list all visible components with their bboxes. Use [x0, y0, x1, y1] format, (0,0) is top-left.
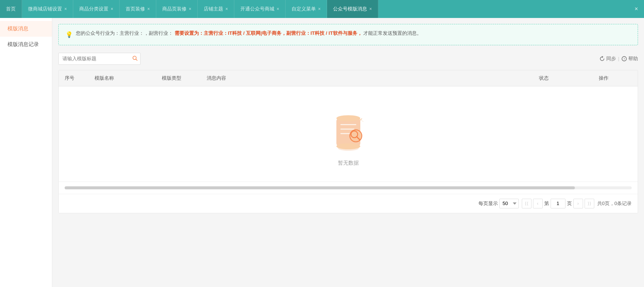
search-button[interactable] — [132, 55, 138, 62]
sidebar-item-template-msg[interactable]: 模版消息 — [0, 21, 52, 37]
tab-wsc-settings-label: 微商城店铺设置 — [28, 6, 62, 12]
sync-label: 同步 — [606, 55, 616, 62]
notice-text: 您的公众号行业为：主营行业：，副营行业： 需要设置为：主营行业：IT科技 / 互… — [76, 30, 422, 37]
tab-store-theme-label: 店铺主题 — [204, 6, 223, 12]
notice-box: 💡 您的公众号行业为：主营行业：，副营行业： 需要设置为：主营行业：IT科技 /… — [58, 24, 638, 45]
next-page-button[interactable]: › — [573, 199, 583, 208]
tab-home-decor-label: 首页装修 — [126, 6, 145, 12]
fake-scrollbar[interactable] — [65, 186, 632, 189]
search-input[interactable] — [58, 53, 141, 65]
search-bar: 同步 | ? 帮助 — [58, 53, 638, 65]
tab-product-category-close[interactable]: × — [111, 6, 113, 12]
main-content: 💡 您的公众号行业为：主营行业：，副营行业： 需要设置为：主营行业：IT科技 /… — [52, 18, 644, 287]
page-nav: ⟨⟨ ‹ 第 页 › ⟩⟩ — [522, 199, 594, 208]
first-page-button[interactable]: ⟨⟨ — [522, 199, 531, 208]
col-type: 模版类型 — [156, 70, 201, 86]
table-header: 序号 模版名称 模版类型 消息内容 状态 操作 — [59, 70, 638, 86]
tab-home-decor-close[interactable]: × — [147, 6, 150, 12]
tab-home-decor[interactable]: 首页装修 × — [120, 0, 156, 18]
tab-custom-menu-label: 自定义菜单 — [292, 6, 316, 12]
tab-open-mall-label: 开通公众号商城 — [240, 6, 274, 12]
tab-product-category-label: 商品分类设置 — [79, 6, 108, 12]
empty-text: 暂无数据 — [338, 160, 359, 167]
tab-product-decor-label: 商品页装修 — [162, 6, 187, 12]
notice-suffix: 才能正常发送预置的消息。 — [363, 30, 422, 36]
tab-custom-menu-close[interactable]: × — [318, 6, 321, 12]
search-left — [58, 53, 141, 65]
scrollbar-row — [59, 181, 638, 194]
pagination: 每页显示 50 20 100 ⟨⟨ ‹ 第 页 › ⟩⟩ 共0页，0条记 — [59, 194, 638, 213]
tab-template-msg-close[interactable]: × — [369, 6, 372, 12]
tab-product-decor[interactable]: 商品页装修 × — [156, 0, 198, 18]
col-content: 消息内容 — [201, 70, 533, 86]
page-size-select: 每页显示 50 20 100 — [478, 199, 519, 208]
search-input-wrap — [58, 53, 141, 65]
sidebar-item-template-msg-label: 模版消息 — [7, 25, 28, 31]
svg-point-7 — [336, 143, 360, 149]
col-action: 操作 — [593, 70, 638, 86]
svg-line-1 — [136, 59, 138, 61]
empty-state: 暂无数据 — [59, 86, 638, 181]
empty-illustration — [326, 109, 371, 154]
page-label-prefix: 第 — [544, 200, 549, 207]
sidebar-item-template-msg-log-label: 模版消息记录 — [7, 41, 39, 47]
divider: | — [618, 56, 619, 61]
tab-wsc-settings-close[interactable]: × — [64, 6, 67, 12]
col-status: 状态 — [533, 70, 593, 86]
sidebar: 模版消息 模版消息记录 — [0, 18, 52, 287]
top-nav: 首页 微商城店铺设置 × 商品分类设置 × 首页装修 × 商品页装修 × 店铺主… — [0, 0, 644, 18]
last-page-button[interactable]: ⟩⟩ — [585, 199, 594, 208]
prev-page-button[interactable]: ‹ — [533, 199, 543, 208]
search-icon — [132, 55, 138, 61]
notice-icon: 💡 — [65, 30, 73, 40]
main-layout: 模版消息 模版消息记录 💡 您的公众号行业为：主营行业：，副营行业： 需要设置为… — [0, 18, 644, 287]
total-text: 共0页，0条记录 — [597, 200, 632, 207]
notice-highlight: 需要设置为：主营行业：IT科技 / 互联网|电子商务，副营行业：IT科技 / I… — [175, 30, 362, 36]
tab-home-label: 首页 — [6, 6, 16, 12]
page-size-dropdown[interactable]: 50 20 100 — [499, 199, 519, 208]
global-close-button[interactable]: × — [629, 6, 644, 12]
tab-wsc-settings[interactable]: 微商城店铺设置 × — [22, 0, 73, 18]
help-button[interactable]: ? 帮助 — [622, 55, 638, 62]
help-icon: ? — [622, 56, 627, 61]
col-index: 序号 — [59, 70, 89, 86]
tab-product-category[interactable]: 商品分类设置 × — [73, 0, 120, 18]
tab-open-mall[interactable]: 开通公众号商城 × — [234, 0, 286, 18]
tab-custom-menu[interactable]: 自定义菜单 × — [286, 0, 327, 18]
sync-icon — [600, 56, 605, 61]
page-input[interactable] — [551, 199, 566, 208]
help-label: 帮助 — [628, 55, 638, 62]
page-label-suffix: 页 — [567, 200, 572, 207]
search-right: 同步 | ? 帮助 — [600, 55, 638, 62]
tab-store-theme-close[interactable]: × — [225, 6, 228, 12]
page-size-label: 每页显示 — [478, 200, 498, 207]
tab-template-msg-label: 公众号模版消息 — [333, 6, 367, 12]
tab-product-decor-close[interactable]: × — [189, 6, 191, 12]
col-name: 模版名称 — [89, 70, 156, 86]
sidebar-item-template-msg-log[interactable]: 模版消息记录 — [0, 37, 52, 52]
sync-button[interactable]: 同步 — [600, 55, 616, 62]
scrollbar-thumb — [65, 186, 575, 189]
notice-prefix: 您的公众号行业为：主营行业：，副营行业： — [76, 30, 173, 36]
tab-open-mall-close[interactable]: × — [277, 6, 279, 12]
tab-home[interactable]: 首页 — [0, 0, 22, 18]
svg-text:?: ? — [623, 57, 625, 61]
table-container: 序号 模版名称 模版类型 消息内容 状态 操作 — [58, 70, 638, 213]
tab-store-theme[interactable]: 店铺主题 × — [198, 0, 234, 18]
svg-point-6 — [336, 115, 360, 121]
tab-template-msg[interactable]: 公众号模版消息 × — [327, 0, 378, 18]
